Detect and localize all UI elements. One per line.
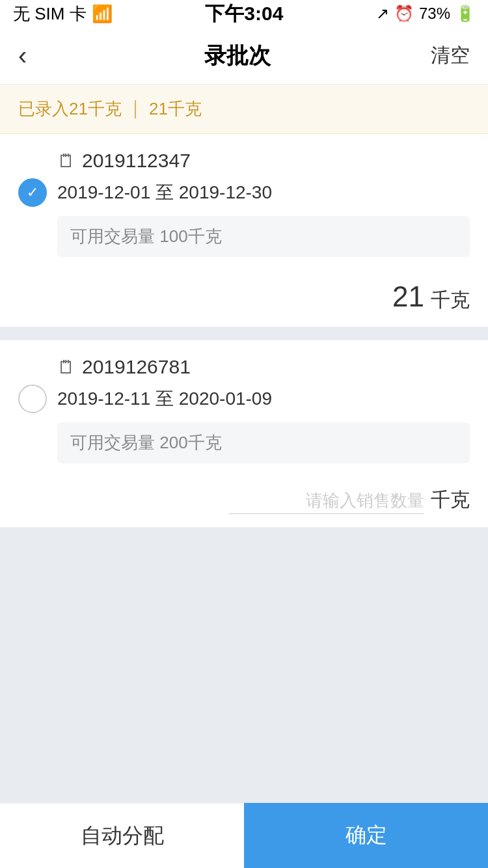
batch-item-1: 🗒 2019112347 2019-12-01 至 2019-12-30 可用交… [0,134,488,327]
status-time: 下午3:04 [205,1,283,27]
alarm-icon: ⏰ [394,5,414,23]
page-title: 录批次 [204,41,271,71]
back-button[interactable]: ‹ [18,41,57,70]
batch-avail-text-2: 可用交易量 200千克 [70,433,222,452]
quantity-row-1: 21 千克 [0,270,488,327]
wifi-icon: 📶 [92,4,113,24]
status-right: ↗ ⏰ 73% 🔋 [376,5,475,23]
status-bar: 无 SIM 卡 📶 下午3:04 ↗ ⏰ 73% 🔋 [0,0,488,27]
clear-button[interactable]: 清空 [418,42,470,69]
batch-id-2: 2019126781 [82,356,191,378]
batch-doc-icon-1: 🗒 [57,150,75,172]
location-icon: ↗ [376,5,389,23]
gray-area [0,528,488,821]
batch-date-2: 2019-12-11 至 2020-01-09 [57,387,272,411]
batch-date-row-1[interactable]: 2019-12-01 至 2019-12-30 [18,178,470,207]
batch-header-1: 🗒 2019112347 [57,150,470,172]
quantity-value-1: 21 [392,280,424,313]
batch-date-row-2[interactable]: 2019-12-11 至 2020-01-09 [18,385,470,413]
batch-avail-row-2: 可用交易量 200千克 [57,422,470,463]
quantity-unit-2: 千克 [431,487,470,513]
batch-header-2: 🗒 2019126781 [57,356,470,378]
batch-item-container-2: 🗒 2019126781 2019-12-11 至 2020-01-09 可用交… [0,340,488,476]
sim-label: 无 SIM 卡 [13,3,87,25]
recorded-value: 21千克 [149,98,202,120]
item-separator [0,327,488,340]
confirm-button[interactable]: 确定 [244,803,488,868]
batch-doc-icon-2: 🗒 [57,357,75,378]
batch-item-2: 🗒 2019126781 2019-12-11 至 2020-01-09 可用交… [0,340,488,528]
batch-avail-text-1: 可用交易量 100千克 [70,226,222,246]
batch-id-1: 2019112347 [82,150,191,172]
radio-button-2[interactable] [18,385,47,413]
info-banner: 已录入21千克 21千克 [0,85,488,134]
bottom-buttons: 自动分配 确定 [0,803,488,868]
info-divider [135,100,136,118]
quantity-input-row-2: 千克 [0,476,488,528]
battery-label: 73% [419,5,450,23]
status-left: 无 SIM 卡 📶 [13,3,113,25]
auto-distribute-button[interactable]: 自动分配 [0,803,244,868]
battery-icon: 🔋 [455,5,475,23]
batch-item-container-1: 🗒 2019112347 2019-12-01 至 2019-12-30 可用交… [0,134,488,270]
nav-bar: ‹ 录批次 清空 [0,27,488,85]
quantity-input-2[interactable] [229,489,424,514]
batch-avail-row-1: 可用交易量 100千克 [57,216,470,257]
recorded-label: 已录入21千克 [18,98,122,120]
quantity-unit-1: 千克 [431,287,470,314]
batch-date-1: 2019-12-01 至 2019-12-30 [57,180,272,205]
radio-button-1[interactable] [18,178,47,207]
